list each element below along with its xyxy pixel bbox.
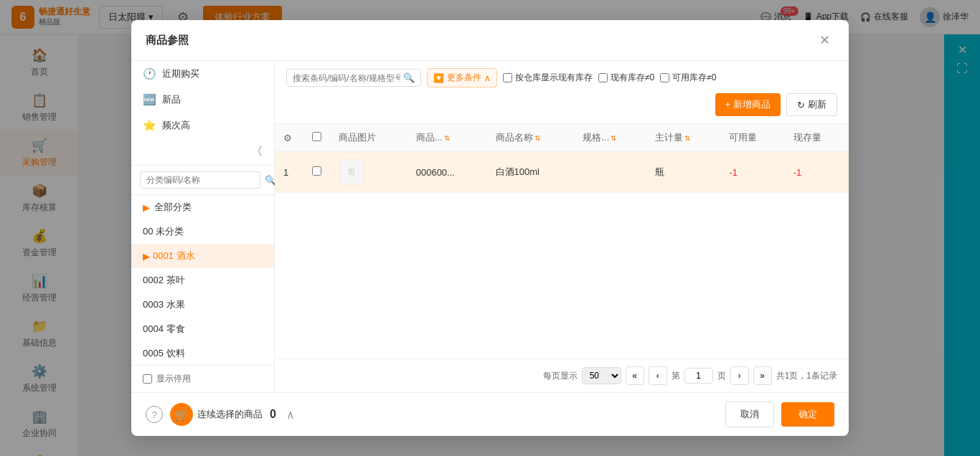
- product-search-icon[interactable]: 🔍: [403, 72, 415, 83]
- th-code[interactable]: 商品...⇅: [407, 124, 487, 152]
- tab-new-products[interactable]: 🆕 新品: [131, 87, 274, 113]
- modal-overlay: 商品参照 ✕ 🕐 近期购买 🆕 新品 ⭐ 频次高: [0, 0, 980, 456]
- toolbar: 🔍 🔽 更多条件 ∧ 按仓库显示现有库存 现有库存≠0: [275, 61, 849, 124]
- right-panel: 🔍 🔽 更多条件 ∧ 按仓库显示现有库存 现有库存≠0: [275, 61, 849, 392]
- cart-area: 🛒 连续选择的商品 0: [170, 403, 279, 426]
- tab-high-frequency[interactable]: ⭐ 频次高: [131, 113, 274, 138]
- star-icon: ⭐: [143, 119, 156, 132]
- sort-spec-icon: ⇅: [611, 134, 616, 142]
- filter-nonzero-available-checkbox[interactable]: [660, 73, 669, 82]
- category-item-snacks[interactable]: 0004 零食: [131, 317, 274, 341]
- sort-unit-icon: ⇅: [684, 134, 690, 142]
- product-search-box: 🔍: [286, 69, 421, 87]
- modal-close-button[interactable]: ✕: [814, 30, 834, 50]
- product-table: ⚙ 商品图片 商品...⇅ 商品名称⇅ 规格...⇅: [275, 124, 849, 193]
- sort-code-icon: ⇅: [444, 134, 450, 142]
- product-thumbnail: 图: [339, 159, 364, 185]
- last-page-button[interactable]: »: [753, 366, 772, 385]
- collapse-footer-icon[interactable]: ∧: [286, 408, 295, 422]
- first-page-button[interactable]: «: [626, 366, 644, 385]
- toolbar-right: + 新增商品 ↻ 刷新: [715, 93, 837, 116]
- th-unit[interactable]: 主计量⇅: [646, 124, 720, 152]
- arrow-right-icon: ▶: [143, 202, 150, 213]
- filter-icon: 🔽: [433, 73, 444, 83]
- th-image: 商品图片: [330, 124, 407, 152]
- category-item-liquor[interactable]: ▶ 0001 酒水: [131, 244, 274, 268]
- product-reference-modal: 商品参照 ✕ 🕐 近期购买 🆕 新品 ⭐ 频次高: [131, 20, 849, 436]
- th-spec[interactable]: 规格...⇅: [574, 124, 646, 152]
- category-search-input[interactable]: [140, 171, 260, 189]
- filter-nonzero-stock-checkbox[interactable]: [598, 73, 608, 82]
- category-item-unclassified[interactable]: 00 未分类: [131, 219, 274, 244]
- modal-body: 🕐 近期购买 🆕 新品 ⭐ 频次高 《: [131, 61, 849, 392]
- collapse-left-panel-button[interactable]: 《: [251, 144, 263, 159]
- per-page-select[interactable]: 50 100: [582, 367, 621, 384]
- cell-index: 1: [275, 152, 303, 193]
- cell-spec: [574, 152, 646, 193]
- cancel-button[interactable]: 取消: [725, 402, 774, 427]
- table-header-row: ⚙ 商品图片 商品...⇅ 商品名称⇅ 规格...⇅: [275, 124, 849, 152]
- table-row[interactable]: 1 图 000600... 白酒100ml 瓶 -1 -1: [275, 152, 849, 193]
- filter-by-warehouse-checkbox-label[interactable]: 按仓库显示现有库存: [503, 72, 593, 84]
- th-stock: 现存量: [785, 124, 849, 152]
- filter-nonzero-available-checkbox-label[interactable]: 可用库存≠0: [660, 72, 716, 84]
- tab-recent-purchase[interactable]: 🕐 近期购买: [131, 61, 274, 87]
- cell-checkbox[interactable]: [303, 152, 330, 193]
- modal-title: 商品参照: [146, 34, 814, 47]
- select-all-checkbox[interactable]: [312, 132, 321, 141]
- refresh-icon: ↻: [797, 100, 805, 110]
- category-item-drinks[interactable]: 0005 饮料: [131, 341, 274, 365]
- cart-icon[interactable]: 🛒: [170, 403, 193, 426]
- cell-image: 图: [330, 152, 407, 193]
- cell-name: 白酒100ml: [487, 152, 575, 193]
- th-name[interactable]: 商品名称⇅: [487, 124, 575, 152]
- add-product-button[interactable]: + 新增商品: [715, 93, 781, 116]
- left-panel: 🕐 近期购买 🆕 新品 ⭐ 频次高 《: [131, 61, 275, 392]
- help-button[interactable]: ?: [146, 406, 163, 423]
- next-page-button[interactable]: ›: [730, 366, 749, 385]
- filter-nonzero-stock-checkbox-label[interactable]: 现有库存≠0: [598, 72, 654, 84]
- confirm-button[interactable]: 确定: [781, 402, 834, 427]
- th-settings[interactable]: ⚙: [275, 124, 303, 152]
- filter-by-warehouse-checkbox[interactable]: [503, 73, 512, 82]
- category-list: ▶ 全部分类 00 未分类 ▶ 0001 酒水 0002 茶叶 0003 水果: [131, 195, 274, 365]
- show-disabled-checkbox[interactable]: [143, 374, 152, 384]
- arrow-active-icon: ▶: [143, 251, 150, 262]
- category-search-row: 🔍: [131, 166, 274, 195]
- sort-name-icon: ⇅: [534, 134, 540, 142]
- th-checkbox: [303, 124, 330, 152]
- category-item-tea[interactable]: 0002 茶叶: [131, 268, 274, 293]
- th-available: 可用量: [720, 124, 784, 152]
- recent-icon: 🕐: [143, 67, 156, 80]
- row-checkbox[interactable]: [312, 166, 321, 176]
- show-disabled-row: 显示停用: [131, 365, 274, 392]
- modal-footer: ? 🛒 连续选择的商品 0 ∧ 取消 确定: [131, 392, 849, 436]
- cell-available: -1: [720, 152, 784, 193]
- refresh-button[interactable]: ↻ 刷新: [786, 93, 837, 116]
- prev-page-button[interactable]: ‹: [649, 366, 667, 385]
- new-icon: 🆕: [143, 93, 156, 106]
- page-number-input[interactable]: [684, 368, 713, 384]
- category-item-all[interactable]: ▶ 全部分类: [131, 195, 274, 219]
- total-info: 共1页，1条记录: [776, 370, 837, 382]
- left-panel-tabs: 🕐 近期购买 🆕 新品 ⭐ 频次高: [131, 61, 274, 138]
- category-item-fruit[interactable]: 0003 水果: [131, 293, 274, 317]
- modal-header: 商品参照 ✕: [131, 20, 849, 61]
- product-search-input[interactable]: [293, 73, 400, 83]
- cell-stock: -1: [785, 152, 849, 193]
- selected-count: 0: [270, 408, 276, 421]
- cell-unit: 瓶: [646, 152, 720, 193]
- cell-code: 000600...: [407, 152, 487, 193]
- more-filter-button[interactable]: 🔽 更多条件 ∧: [427, 68, 497, 87]
- chevron-up-icon: ∧: [484, 73, 491, 83]
- product-table-area: ⚙ 商品图片 商品...⇅ 商品名称⇅ 规格...⇅: [275, 124, 849, 358]
- pagination: 每页显示 50 100 « ‹ 第 页 › » 共1页，1条记录: [275, 358, 849, 392]
